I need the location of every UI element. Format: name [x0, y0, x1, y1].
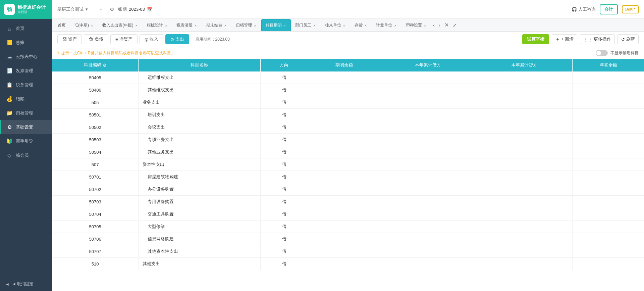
- tab-temp[interactable]: ℃(中期)×: [70, 19, 98, 31]
- filter-tab-net[interactable]: ≡净资产: [110, 34, 138, 44]
- table-row[interactable]: 50704 交通工具购置 借: [52, 208, 644, 221]
- cell-direction: 借: [260, 84, 308, 96]
- tab-tax[interactable]: 税表清册×: [172, 19, 202, 31]
- cell-annual-balance: [573, 208, 644, 221]
- iam-badge[interactable]: iAM *: [622, 5, 639, 13]
- filter-tab-expense[interactable]: ⊙支出: [165, 34, 189, 44]
- sidebar-item-reports[interactable]: ☁云报表中心: [0, 50, 52, 64]
- cell-annual-credit: [476, 183, 573, 196]
- tab-close-unit[interactable]: ×: [393, 23, 397, 28]
- cell-annual-credit: [476, 233, 573, 245]
- sidebar-item-ledger[interactable]: 📒总账: [0, 36, 52, 50]
- sidebar-item-member[interactable]: ◇畅会员: [0, 148, 52, 162]
- close-all-tabs-button[interactable]: ✕: [442, 20, 451, 30]
- sidebar-item-home[interactable]: ⌂首页: [0, 21, 52, 36]
- project-name: 基层工会测试: [57, 6, 84, 12]
- tab-stock[interactable]: 存货×: [350, 19, 372, 31]
- cell-name: 其他支出: [139, 258, 260, 270]
- filter-tab-income[interactable]: ◎收入: [140, 34, 163, 44]
- project-selector[interactable]: 基层工会测试 ▾: [57, 6, 88, 12]
- sidebar-item-archive[interactable]: 📁归档管理: [0, 106, 52, 120]
- table-row[interactable]: 50502 会议支出 借: [52, 121, 644, 134]
- table-row[interactable]: 50405 运维维权支出 借: [52, 71, 644, 84]
- filter-tab-debt[interactable]: 负负债: [84, 34, 108, 44]
- sidebar-collapse-button[interactable]: ◄ ◄ 取消固定: [0, 277, 52, 291]
- tab-template[interactable]: 模版设计×: [143, 19, 172, 31]
- tab-close-temp[interactable]: ×: [90, 23, 94, 28]
- tab-close-dept[interactable]: ×: [313, 23, 316, 28]
- add-subject-button[interactable]: ＋ + 新增: [552, 34, 577, 44]
- cell-balance-init: [308, 96, 380, 109]
- tab-close-stock[interactable]: ×: [364, 23, 367, 28]
- tab-dept[interactable]: 部门员工×: [291, 19, 320, 31]
- hint-text: ℹ 提示：按Ctrl + F键并输入科目编码或者科目名称可以查找科目。: [57, 50, 175, 56]
- tab-yearend[interactable]: 期末结转×: [202, 19, 231, 31]
- tab-scroll-right-button[interactable]: ›: [437, 21, 442, 29]
- table-row[interactable]: 50406 其他维权支出 借: [52, 84, 644, 96]
- table-row[interactable]: 50501 培训支出 借: [52, 109, 644, 121]
- topbar-divider1: [92, 6, 92, 13]
- calendar-icon[interactable]: 📅: [147, 7, 152, 12]
- tab-home[interactable]: 首页: [53, 19, 70, 31]
- cell-annual-balance: [573, 146, 644, 158]
- table-row[interactable]: 50705 大型修缮 借: [52, 221, 644, 233]
- table-row[interactable]: 510 其他支出 借: [52, 258, 644, 270]
- table-row[interactable]: 50703 专用设备购置 借: [52, 196, 644, 208]
- calculate-balance-button[interactable]: 试算平衡: [522, 34, 549, 44]
- account-button[interactable]: 会计: [600, 4, 618, 14]
- tab-income[interactable]: 收入支出表(年报)×: [98, 19, 142, 31]
- tab-subject[interactable]: 科目期初×: [261, 19, 291, 31]
- tab-unit[interactable]: 计量单位×: [372, 19, 401, 31]
- tab-scroll-left-button[interactable]: ‹: [431, 21, 437, 29]
- customer-service-button[interactable]: 🎧 人工咨询: [572, 6, 596, 12]
- cell-direction: 借: [260, 134, 308, 146]
- sidebar-item-settings[interactable]: ⚙基础设置: [0, 120, 52, 134]
- sidebar-item-settlement[interactable]: 💰结账: [0, 92, 52, 106]
- table-header-row: 科目编码 ⚙ 科目名称 方向 期初余额 本年累计借方 本年累计贷方 年初余额: [52, 59, 644, 71]
- tab-partner[interactable]: 往来单位×: [321, 19, 350, 31]
- sidebar-item-invoice[interactable]: 🧾发票管理: [0, 64, 52, 78]
- sidebar-item-tax[interactable]: 📋税务管理: [0, 78, 52, 92]
- sidebar-label-archive: 归档管理: [16, 110, 33, 116]
- tab-currency[interactable]: 币种设置×: [401, 19, 431, 31]
- table-row[interactable]: 505 业务支出 借: [52, 96, 644, 109]
- filter-label-expense: 支出: [175, 36, 184, 42]
- cell-annual-balance: [573, 109, 644, 121]
- expand-tab-button[interactable]: ⤢: [451, 21, 459, 29]
- cell-code: 50706: [52, 233, 139, 245]
- more-actions-button[interactable]: ⋮⋮ 更多操作: [580, 34, 615, 44]
- table-row[interactable]: 50504 其他业务支出 借: [52, 146, 644, 158]
- topbar: 基层工会测试 ▾ ＋ ⚙ 账期 2023-03 📅 🎧 人工咨询 会计 iAM …: [52, 0, 644, 19]
- sidebar-icon-invoice: 🧾: [6, 68, 12, 74]
- table-row[interactable]: 50701 房屋建筑物购建 借: [52, 171, 644, 183]
- tab-close-currency[interactable]: ×: [423, 23, 427, 28]
- tab-label-stock: 存货: [355, 22, 363, 28]
- sidebar-item-guide[interactable]: 🔰新手引导: [0, 134, 52, 148]
- tab-close-archive[interactable]: ×: [253, 23, 257, 28]
- tab-close-template[interactable]: ×: [164, 23, 168, 28]
- settings-icon[interactable]: ⚙: [110, 6, 114, 12]
- table-row[interactable]: 50503 专项业务支出 借: [52, 134, 644, 146]
- tab-close-subject[interactable]: ×: [283, 23, 286, 28]
- filter-tab-asset[interactable]: 囧资产: [57, 34, 82, 44]
- tab-close-income[interactable]: ×: [135, 23, 138, 28]
- table-row[interactable]: 50707 其他资本性支出 借: [52, 245, 644, 258]
- table-row[interactable]: 50706 信息网络购建 借: [52, 233, 644, 245]
- table-row[interactable]: 507 资本性支出 借: [52, 158, 644, 171]
- tab-close-partner[interactable]: ×: [342, 23, 346, 28]
- toggle-disabled-subjects[interactable]: 不显示禁用科目: [596, 50, 639, 56]
- tab-label-currency: 币种设置: [406, 22, 422, 28]
- add-label: + 新增: [561, 36, 574, 42]
- tab-close-tax[interactable]: ×: [194, 23, 197, 28]
- cell-annual-credit: [476, 121, 573, 134]
- gear-icon[interactable]: ⚙: [103, 63, 107, 68]
- tab-archive[interactable]: 归档管理×: [231, 19, 261, 31]
- cell-annual-debit: [380, 121, 476, 134]
- col-direction: 方向: [260, 59, 308, 71]
- table-row[interactable]: 50702 办公设备购置 借: [52, 183, 644, 196]
- cell-balance-init: [308, 196, 380, 208]
- tab-close-yearend[interactable]: ×: [224, 23, 227, 28]
- refresh-button[interactable]: ↺ 刷新: [618, 34, 639, 44]
- add-tab-button[interactable]: ＋: [96, 5, 106, 13]
- toggle-switch[interactable]: [596, 50, 608, 56]
